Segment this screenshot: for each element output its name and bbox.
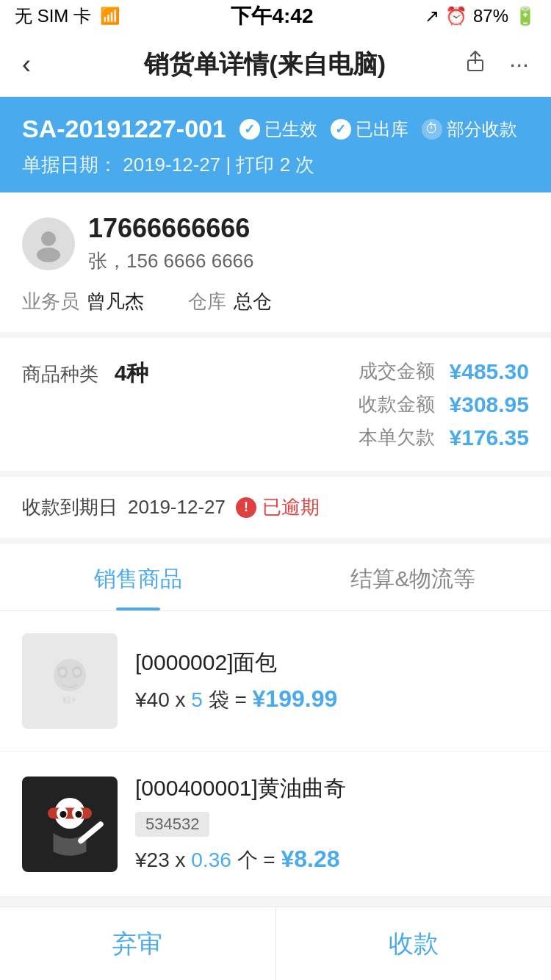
product-image-2 [22, 777, 118, 872]
summary-grid: 商品种类 4种 成交金额 ¥485.30 收款金额 ¥308.95 本单欠款 ¥… [22, 359, 529, 450]
back-button[interactable]: ‹ [22, 49, 66, 80]
product-price-2: ¥23 x 0.36 个 = ¥8.28 [135, 846, 529, 874]
product-image-1: 鲸+ [22, 633, 118, 729]
product-qty-1: 5 [191, 688, 203, 711]
tabs-section: 销售商品 结算&物流等 [0, 544, 551, 611]
bottom-bar: 弃审 收款 [0, 907, 551, 980]
carrier-label: 无 SIM 卡 [15, 4, 91, 28]
check-effective-icon: ✓ [240, 119, 260, 140]
salesperson-item: 业务员 曾凡杰 [22, 289, 144, 314]
product-item: 鲸+ [0000002]面包 ¥40 x 5 袋 = ¥199.99 [0, 611, 551, 752]
order-date: 2019-12-27 [123, 154, 220, 176]
battery-label: 87% [473, 6, 508, 26]
more-button[interactable]: ··· [509, 51, 529, 78]
salesperson-value: 曾凡杰 [87, 289, 144, 314]
order-id-row: SA-20191227-001 ✓ 已生效 ✓ 已出库 ⏱ 部分收款 [22, 115, 529, 143]
customer-section: 17666666666 张，156 6666 6666 业务员 曾凡杰 仓库 总… [0, 192, 551, 338]
reject-button[interactable]: 弃审 [0, 907, 276, 980]
salesperson-label: 业务员 [22, 289, 79, 314]
battery-icon: 🔋 [514, 6, 536, 26]
product-price-base-1: ¥40 [135, 688, 170, 711]
overdue-icon: ! [236, 497, 256, 518]
summary-right: 成交金额 ¥485.30 收款金额 ¥308.95 本单欠款 ¥176.35 [359, 359, 529, 450]
product-multiply-2: x [176, 849, 192, 871]
share-button[interactable] [464, 50, 487, 79]
received-row: 收款金额 ¥308.95 [359, 392, 529, 417]
product-equals-2: = [263, 849, 281, 871]
svg-point-2 [37, 248, 60, 262]
svg-point-15 [76, 811, 82, 818]
product-info-2: [000400001]黄油曲奇 534532 ¥23 x 0.36 个 = ¥8… [135, 774, 529, 874]
products-section: 鲸+ [0000002]面包 ¥40 x 5 袋 = ¥199.99 [0, 611, 551, 897]
due-label: 收款到期日 [22, 494, 118, 520]
product-name-1: [0000002]面包 [135, 648, 529, 678]
overdue-badge: ! 已逾期 [236, 494, 320, 520]
debt-value: ¥176.35 [450, 425, 529, 450]
product-type-row: 商品种类 4种 [22, 359, 148, 389]
debt-label: 本单欠款 [359, 425, 435, 450]
debt-row: 本单欠款 ¥176.35 [359, 425, 529, 450]
order-header: SA-20191227-001 ✓ 已生效 ✓ 已出库 ⏱ 部分收款 单据日期：… [0, 97, 551, 192]
customer-row: 17666666666 张，156 6666 6666 [22, 213, 529, 274]
wifi-icon: 📶 [100, 7, 120, 26]
svg-point-14 [60, 811, 67, 818]
date-label: 单据日期： [22, 154, 118, 176]
warehouse-item: 仓库 总仓 [188, 289, 272, 314]
tab-settlement[interactable]: 结算&物流等 [276, 544, 551, 610]
print-info: | 打印 2 次 [226, 154, 314, 176]
customer-meta: 业务员 曾凡杰 仓库 总仓 [22, 289, 529, 314]
check-shipped-icon: ✓ [331, 119, 351, 140]
order-id: SA-20191227-001 [22, 115, 226, 143]
customer-info: 17666666666 张，156 6666 6666 [88, 213, 254, 274]
product-name-2: [000400001]黄油曲奇 [135, 774, 529, 804]
product-type-label: 商品种类 [22, 363, 98, 385]
page-title: 销货单详情(来自电脑) [144, 48, 386, 82]
alarm-icon: ⏰ [445, 6, 467, 26]
product-info-1: [0000002]面包 ¥40 x 5 袋 = ¥199.99 [135, 648, 529, 714]
svg-rect-11 [48, 807, 92, 818]
product-equals-1: = [234, 688, 252, 711]
product-unit-1: 袋 [209, 688, 229, 711]
product-price-1: ¥40 x 5 袋 = ¥199.99 [135, 685, 529, 714]
summary-section: 商品种类 4种 成交金额 ¥485.30 收款金额 ¥308.95 本单欠款 ¥… [0, 338, 551, 477]
amount-label: 成交金额 [359, 359, 435, 384]
order-date-row: 单据日期： 2019-12-27 | 打印 2 次 [22, 152, 529, 178]
due-date: 2019-12-27 [128, 496, 226, 519]
overdue-text: 已逾期 [262, 494, 320, 520]
product-sku-2: 534532 [135, 812, 209, 837]
product-total-1: ¥199.99 [253, 685, 338, 712]
customer-phone: 17666666666 [88, 213, 254, 244]
status-effective: ✓ 已生效 [240, 118, 317, 141]
received-label: 收款金额 [359, 392, 435, 417]
product-qty-2: 0.36 [191, 849, 231, 871]
shipped-label: 已出库 [356, 118, 408, 141]
location-icon: ↗ [425, 6, 439, 26]
partial-payment-label: 部分收款 [447, 118, 517, 141]
avatar [22, 217, 75, 270]
svg-point-1 [41, 231, 56, 246]
nav-bar: ‹ 销货单详情(来自电脑) ··· [0, 32, 551, 97]
received-value: ¥308.95 [450, 392, 529, 417]
effective-label: 已生效 [264, 118, 317, 141]
warehouse-value: 总仓 [234, 289, 272, 314]
product-unit-2: 个 [237, 849, 258, 871]
status-bar: 无 SIM 卡 📶 下午4:42 ↗ ⏰ 87% 🔋 [0, 0, 551, 32]
summary-left: 商品种类 4种 [22, 359, 148, 389]
product-item-2: [000400001]黄油曲奇 534532 ¥23 x 0.36 个 = ¥8… [0, 752, 551, 897]
tab-sales-products[interactable]: 销售商品 [0, 544, 276, 610]
nav-actions: ··· [464, 50, 529, 79]
product-price-base-2: ¥23 [135, 849, 170, 871]
customer-name-phone: 张，156 6666 6666 [88, 248, 254, 274]
amount-value: ¥485.30 [450, 359, 529, 384]
collect-payment-button[interactable]: 收款 [276, 907, 552, 980]
product-type-count: 4种 [115, 361, 149, 385]
warehouse-label: 仓库 [188, 289, 226, 314]
status-shipped: ✓ 已出库 [331, 118, 408, 141]
clock-icon: ⏱ [422, 119, 442, 140]
amount-row: 成交金额 ¥485.30 [359, 359, 529, 384]
due-section: 收款到期日 2019-12-27 ! 已逾期 [0, 477, 551, 544]
svg-point-6 [60, 669, 65, 675]
svg-point-7 [74, 669, 80, 675]
tab-settlement-label: 结算&物流等 [350, 566, 475, 591]
tab-sales-products-label: 销售商品 [94, 566, 182, 591]
